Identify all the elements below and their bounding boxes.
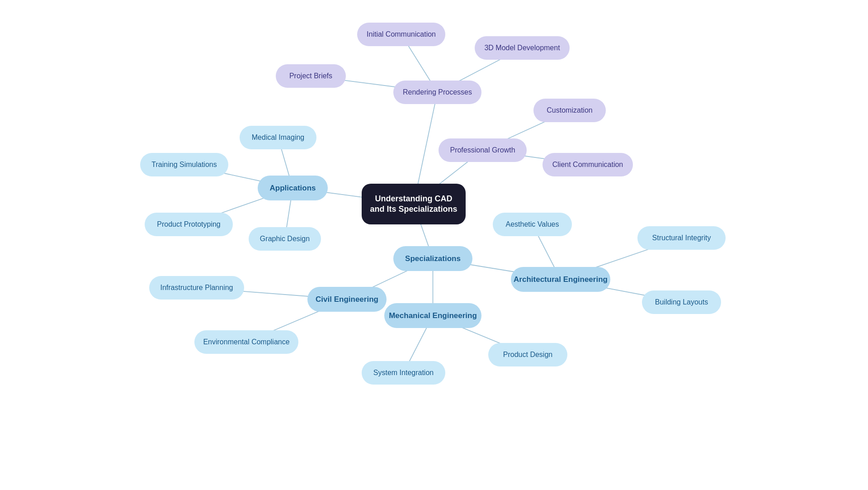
node-label-architectural_engineering: Architectural Engineering xyxy=(514,275,608,284)
node-training_simulations[interactable]: Training Simulations xyxy=(140,153,228,176)
connection-lines xyxy=(0,0,868,490)
node-project_briefs[interactable]: Project Briefs xyxy=(276,64,346,88)
node-label-applications: Applications xyxy=(269,184,316,193)
node-label-three_d_model: 3D Model Development xyxy=(484,44,560,52)
node-system_integration[interactable]: System Integration xyxy=(362,361,445,385)
node-label-center: Understanding CAD and Its Specialization… xyxy=(368,194,459,215)
node-label-project_briefs: Project Briefs xyxy=(289,72,332,80)
node-civil_engineering[interactable]: Civil Engineering xyxy=(307,287,387,312)
node-medical_imaging[interactable]: Medical Imaging xyxy=(240,126,316,149)
node-label-structural_integrity: Structural Integrity xyxy=(652,234,711,242)
node-product_design[interactable]: Product Design xyxy=(488,343,567,366)
node-label-infrastructure_planning: Infrastructure Planning xyxy=(160,284,233,292)
node-product_prototyping[interactable]: Product Prototyping xyxy=(145,213,233,236)
node-label-specializations: Specializations xyxy=(405,254,461,263)
node-infrastructure_planning[interactable]: Infrastructure Planning xyxy=(149,276,244,300)
node-customization[interactable]: Customization xyxy=(533,99,606,122)
node-label-client_communication: Client Communication xyxy=(552,161,623,169)
node-structural_integrity[interactable]: Structural Integrity xyxy=(637,226,726,250)
node-label-initial_communication: Initial Communication xyxy=(367,30,436,38)
node-professional_growth[interactable]: Professional Growth xyxy=(439,138,527,162)
node-label-rendering_processes: Rendering Processes xyxy=(403,88,472,96)
node-graphic_design[interactable]: Graphic Design xyxy=(249,227,321,251)
node-label-civil_engineering: Civil Engineering xyxy=(316,295,378,304)
node-label-product_design: Product Design xyxy=(503,351,552,359)
node-applications[interactable]: Applications xyxy=(258,176,328,200)
node-initial_communication[interactable]: Initial Communication xyxy=(357,23,445,46)
node-mechanical_engineering[interactable]: Mechanical Engineering xyxy=(384,303,481,328)
node-architectural_engineering[interactable]: Architectural Engineering xyxy=(511,267,610,292)
node-label-environmental_compliance: Environmental Compliance xyxy=(203,338,289,346)
node-label-aesthetic_values: Aesthetic Values xyxy=(506,220,559,228)
node-environmental_compliance[interactable]: Environmental Compliance xyxy=(194,330,298,354)
node-label-graphic_design: Graphic Design xyxy=(260,235,310,243)
node-label-customization: Customization xyxy=(547,106,592,114)
node-client_communication[interactable]: Client Communication xyxy=(542,153,633,176)
node-label-mechanical_engineering: Mechanical Engineering xyxy=(389,311,477,320)
node-center[interactable]: Understanding CAD and Its Specialization… xyxy=(362,184,466,224)
node-specializations[interactable]: Specializations xyxy=(393,246,472,271)
node-building_layouts[interactable]: Building Layouts xyxy=(642,290,721,314)
node-aesthetic_values[interactable]: Aesthetic Values xyxy=(493,213,572,236)
node-rendering_processes[interactable]: Rendering Processes xyxy=(393,81,481,104)
node-three_d_model[interactable]: 3D Model Development xyxy=(475,36,570,60)
node-label-system_integration: System Integration xyxy=(373,369,434,377)
node-label-product_prototyping: Product Prototyping xyxy=(157,220,221,228)
node-label-medical_imaging: Medical Imaging xyxy=(252,133,305,142)
node-label-professional_growth: Professional Growth xyxy=(450,146,515,154)
node-label-training_simulations: Training Simulations xyxy=(151,161,217,169)
mindmap-canvas: Understanding CAD and Its Specialization… xyxy=(0,0,868,490)
node-label-building_layouts: Building Layouts xyxy=(655,298,708,306)
